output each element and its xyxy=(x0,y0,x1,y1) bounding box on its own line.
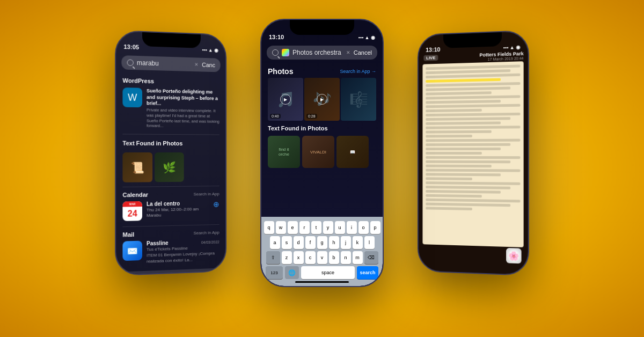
show-more-button[interactable]: Show More Results xyxy=(122,268,219,275)
mail-result[interactable]: ✉️ Passline 04/03/2022 Tus eTickets Pass… xyxy=(116,236,225,269)
key-s[interactable]: s xyxy=(282,236,292,249)
screen-left: 13:05 ▪▪▪ ▲ ◉ marabu ✕ Canc WordPress W … xyxy=(116,31,225,275)
mail-search-in-app[interactable]: Search in App xyxy=(193,230,219,235)
key-j[interactable]: j xyxy=(341,236,351,249)
wordpress-icon: W xyxy=(122,87,142,107)
mail-date: 04/03/2022 xyxy=(201,240,219,244)
live-badge: LIVE xyxy=(423,55,438,61)
key-l[interactable]: l xyxy=(364,236,375,249)
screen-center: 13:10 ▪▪▪ ▲ ◉ Photos orchestra ✕ Cancel … xyxy=(261,20,383,286)
photo-thumb-2: 🌿 xyxy=(155,152,184,182)
status-time-left: 13:05 xyxy=(123,43,139,50)
search-bar-left[interactable]: marabu ✕ Canc xyxy=(121,55,220,72)
key-b[interactable]: b xyxy=(329,251,339,264)
screen-right: 13:10 ▪▪▪ ▲ ◉ LIVE Potters Fields Park 1… xyxy=(419,31,528,275)
key-f[interactable]: f xyxy=(305,236,316,249)
key-v[interactable]: v xyxy=(317,251,327,264)
book-page xyxy=(422,61,523,247)
play-btn-1[interactable]: ▶ xyxy=(280,94,291,105)
calendar-icon: MAR 24 xyxy=(122,201,142,221)
key-search[interactable]: search xyxy=(357,266,378,279)
video-duration-1: 0:40 xyxy=(270,114,281,119)
key-o[interactable]: o xyxy=(358,221,369,234)
key-y[interactable]: y xyxy=(323,221,333,234)
book-text-lines xyxy=(426,64,520,211)
video-duration-2: 0:28 xyxy=(306,114,317,119)
photo-item-3[interactable]: 🎼 xyxy=(341,78,376,121)
key-z[interactable]: z xyxy=(282,251,292,264)
key-h[interactable]: h xyxy=(329,236,339,249)
cal-month: MAR xyxy=(122,201,142,207)
book-line xyxy=(426,199,520,203)
book-line xyxy=(426,203,510,207)
notch-right xyxy=(443,32,502,48)
text-thumb-3[interactable]: 📖 xyxy=(336,136,369,168)
key-g[interactable]: g xyxy=(317,236,327,249)
book-line xyxy=(426,165,491,168)
key-m[interactable]: m xyxy=(353,251,363,264)
key-u[interactable]: u xyxy=(335,221,345,234)
key-delete[interactable]: ⌫ xyxy=(364,251,378,264)
text-found-header: Text Found in Photos xyxy=(268,125,376,133)
cancel-center[interactable]: Cancel xyxy=(354,49,372,56)
key-a[interactable]: a xyxy=(270,236,280,249)
book-line xyxy=(426,194,481,197)
photos-badge[interactable]: 🌸 xyxy=(506,248,521,263)
key-e[interactable]: e xyxy=(288,221,298,234)
search-query-center: Photos orchestra xyxy=(292,49,343,56)
key-c[interactable]: c xyxy=(305,251,316,264)
photo-item-1[interactable]: 🎵 ▶ 0:40 xyxy=(268,78,303,121)
book-line xyxy=(426,177,472,180)
text-thumb-2[interactable]: VIVALDI xyxy=(302,136,334,168)
status-icons-right: ▪▪▪ ▲ ◉ xyxy=(503,45,521,50)
calendar-search-in-app[interactable]: Search in App xyxy=(193,191,219,196)
key-x[interactable]: x xyxy=(294,251,304,264)
key-k[interactable]: k xyxy=(353,236,363,249)
key-n[interactable]: n xyxy=(341,251,351,264)
mail-text: Passline 04/03/2022 Tus eTickets Passlin… xyxy=(147,239,219,265)
calendar-result[interactable]: MAR 24 La del centro Thu 24 Mar, 12:00–2… xyxy=(116,198,225,225)
search-in-app-link[interactable]: Search in App → xyxy=(340,69,376,74)
status-icons-left: ▪▪▪ ▲ ◉ xyxy=(202,47,218,53)
key-d[interactable]: d xyxy=(294,236,304,249)
key-space[interactable]: space xyxy=(301,266,355,279)
divider-1 xyxy=(122,134,219,135)
book-line xyxy=(426,148,501,150)
book-line xyxy=(426,91,491,95)
key-123[interactable]: 123 xyxy=(266,266,283,279)
key-shift[interactable]: ⇧ xyxy=(266,251,280,264)
divider-3 xyxy=(122,224,219,227)
key-globe[interactable]: 🌐 xyxy=(285,266,299,279)
book-line xyxy=(426,143,510,146)
key-p[interactable]: p xyxy=(370,221,380,234)
book-line xyxy=(426,100,501,104)
status-icons-center: ▪▪▪ ▲ ◉ xyxy=(358,35,375,40)
photos-label: Photos xyxy=(268,67,293,76)
key-q[interactable]: q xyxy=(264,221,274,234)
phone-center: 13:10 ▪▪▪ ▲ ◉ Photos orchestra ✕ Cancel … xyxy=(260,19,384,287)
book-line xyxy=(426,156,520,159)
search-icon-center xyxy=(272,49,279,56)
keyboard-bottom-row: 123 🌐 space search xyxy=(264,266,380,279)
key-w[interactable]: w xyxy=(276,221,286,234)
book-line xyxy=(426,130,491,134)
keyboard-row-1: q w e r t y u i o p xyxy=(264,221,380,234)
search-bar-center[interactable]: Photos orchestra ✕ Cancel xyxy=(267,46,377,60)
text-thumb-1[interactable]: find itorche xyxy=(268,136,300,168)
status-time-right: 13:10 xyxy=(426,46,440,53)
wordpress-result[interactable]: W Sueño Porteño delighting me and surpri… xyxy=(116,85,225,133)
key-i[interactable]: i xyxy=(347,221,357,234)
text-found-thumbs: find itorche VIVALDI 📖 xyxy=(268,136,376,168)
notch-center xyxy=(290,20,354,35)
book-line xyxy=(426,139,520,142)
book-line xyxy=(426,160,510,163)
book-line xyxy=(426,82,520,87)
cancel-left[interactable]: Canc xyxy=(202,62,215,69)
mail-sender: Passline xyxy=(147,240,169,246)
play-btn-2[interactable]: ▶ xyxy=(317,94,327,105)
photos-section: Photos Search in App → xyxy=(261,64,383,78)
photo-item-2[interactable]: 🎶 ▶ 0:28 xyxy=(304,78,340,121)
key-r[interactable]: r xyxy=(299,221,310,234)
photos-section-header: Text Found in Photos xyxy=(116,137,225,149)
key-t[interactable]: t xyxy=(311,221,321,234)
